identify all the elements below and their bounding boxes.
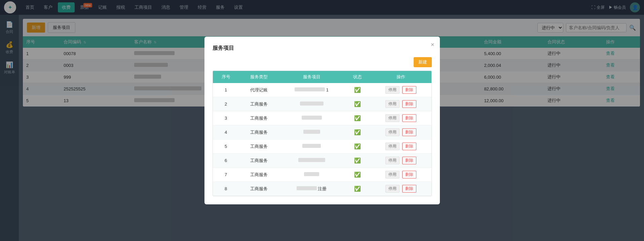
svc-seq: 5 [213, 139, 239, 154]
svc-actions: 停用 删除 [371, 97, 431, 111]
svc-type: 工商服务 [239, 182, 279, 196]
svc-col-type: 服务类型 [239, 71, 279, 83]
svc-status: ✅ [344, 97, 371, 111]
modal-title: 服务项目 [213, 45, 432, 52]
svc-status: ✅ [344, 168, 371, 182]
list-item: 3 工商服务 ✅ 停用 删除 [213, 111, 431, 125]
delete-button[interactable]: 删除 [402, 185, 416, 193]
svc-type: 工商服务 [239, 97, 279, 111]
delete-button[interactable]: 删除 [402, 128, 416, 136]
svc-seq: 2 [213, 97, 239, 111]
svc-status: ✅ [344, 111, 371, 125]
svc-item [279, 111, 344, 125]
list-item: 8 工商服务 注册 ✅ 停用 删除 [213, 182, 431, 196]
svc-item [279, 139, 344, 154]
service-table: 序号 服务类型 服务项目 状态 操作 1 代理记账 1 ✅ 停用 删除 2 工商… [213, 71, 431, 196]
svc-actions: 停用 删除 [371, 111, 431, 125]
svc-seq: 3 [213, 111, 239, 125]
list-item: 2 工商服务 ✅ 停用 删除 [213, 97, 431, 111]
stop-button[interactable]: 停用 [385, 171, 400, 178]
svc-actions: 停用 删除 [371, 154, 431, 168]
stop-button[interactable]: 停用 [385, 86, 400, 94]
delete-button[interactable]: 删除 [402, 100, 416, 108]
stop-button[interactable]: 停用 [385, 114, 400, 122]
service-modal: × 服务项目 新建 序号 服务类型 服务项目 状态 操作 1 代理记账 1 [204, 37, 440, 204]
svc-col-item: 服务项目 [279, 71, 344, 83]
svc-type: 工商服务 [239, 111, 279, 125]
delete-button[interactable]: 删除 [402, 157, 416, 164]
delete-button[interactable]: 删除 [402, 143, 416, 150]
stop-button[interactable]: 停用 [385, 143, 400, 150]
service-table-wrap: 序号 服务类型 服务项目 状态 操作 1 代理记账 1 ✅ 停用 删除 2 工商… [213, 71, 432, 196]
list-item: 6 工商服务 ✅ 停用 删除 [213, 154, 431, 168]
delete-button[interactable]: 删除 [402, 86, 416, 94]
svc-seq: 4 [213, 125, 239, 139]
svc-type: 代理记账 [239, 83, 279, 97]
svc-status: ✅ [344, 125, 371, 139]
svc-type: 工商服务 [239, 139, 279, 154]
modal-overlay[interactable]: × 服务项目 新建 序号 服务类型 服务项目 状态 操作 1 代理记账 1 [0, 0, 644, 241]
svc-type: 工商服务 [239, 125, 279, 139]
svc-actions: 停用 删除 [371, 182, 431, 196]
svc-seq: 8 [213, 182, 239, 196]
svc-status: ✅ [344, 154, 371, 168]
list-item: 5 工商服务 ✅ 停用 删除 [213, 139, 431, 154]
svc-actions: 停用 删除 [371, 125, 431, 139]
delete-button[interactable]: 删除 [402, 171, 416, 178]
svc-actions: 停用 删除 [371, 168, 431, 182]
svc-col-status: 状态 [344, 71, 371, 83]
svc-seq: 7 [213, 168, 239, 182]
svc-item [279, 125, 344, 139]
svc-item: 注册 [279, 182, 344, 196]
stop-button[interactable]: 停用 [385, 128, 400, 136]
modal-close-button[interactable]: × [431, 41, 434, 48]
svc-type: 工商服务 [239, 154, 279, 168]
svc-status: ✅ [344, 83, 371, 97]
svc-status: ✅ [344, 139, 371, 154]
list-item: 1 代理记账 1 ✅ 停用 删除 [213, 83, 431, 97]
svc-seq: 1 [213, 83, 239, 97]
svc-item: 1 [279, 83, 344, 97]
svc-col-action: 操作 [371, 71, 431, 83]
svc-type: 工商服务 [239, 168, 279, 182]
delete-button[interactable]: 删除 [402, 114, 416, 122]
svc-item [279, 97, 344, 111]
stop-button[interactable]: 停用 [385, 100, 400, 108]
stop-button[interactable]: 停用 [385, 157, 400, 164]
svc-status: ✅ [344, 182, 371, 196]
list-item: 4 工商服务 ✅ 停用 删除 [213, 125, 431, 139]
svc-item [279, 154, 344, 168]
stop-button[interactable]: 停用 [385, 185, 400, 193]
svc-item [279, 168, 344, 182]
svc-col-seq: 序号 [213, 71, 239, 83]
svc-seq: 6 [213, 154, 239, 168]
list-item: 7 工商服务 ✅ 停用 删除 [213, 168, 431, 182]
new-service-button[interactable]: 新建 [414, 57, 432, 67]
modal-toolbar: 新建 [213, 57, 432, 67]
svc-actions: 停用 删除 [371, 83, 431, 97]
svc-actions: 停用 删除 [371, 139, 431, 154]
